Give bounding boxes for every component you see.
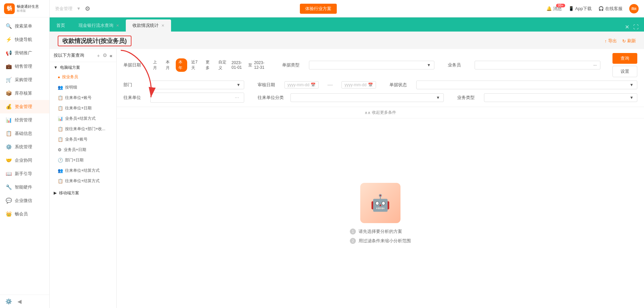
sidebar-item-purchase[interactable]: 🛒 采购管理 xyxy=(0,73,49,87)
add-scheme-icon[interactable]: + xyxy=(97,53,100,58)
collapse-bar[interactable]: ∧∧ 收起更多条件 xyxy=(117,107,644,118)
query-button[interactable]: 查询 xyxy=(612,53,637,64)
dept-select[interactable]: ▼ xyxy=(150,81,244,89)
doc-type-select[interactable]: ▼ xyxy=(309,61,435,69)
sidebar-item-system[interactable]: ⚙️ 系统管理 xyxy=(0,140,49,154)
settings-button[interactable]: 设置 xyxy=(612,66,637,77)
header-gear-icon[interactable]: ⚙ xyxy=(85,5,90,12)
tab-cashflow-close[interactable]: ✕ xyxy=(116,23,119,28)
shortcut-this-month[interactable]: 本月 xyxy=(163,58,174,72)
collapse-label: 收起更多条件 xyxy=(372,110,396,115)
sidebar-item-operation[interactable]: 📊 经营管理 xyxy=(0,113,49,127)
page-title: 收款情况统计(按业务员) xyxy=(58,36,131,46)
settings-bottom-icon[interactable]: ⚙️ xyxy=(5,298,12,305)
sidebar-item-wechat[interactable]: 💬 企业微信 xyxy=(0,194,49,207)
tree-item-by-salesman[interactable]: ● 按业务员 xyxy=(50,72,116,82)
export-button[interactable]: ↑ 导出 xyxy=(605,38,617,44)
tree-item-label: 往来单位+结算方式 xyxy=(65,178,100,184)
salesman-select[interactable]: ··· xyxy=(475,61,600,69)
refresh-button[interactable]: ↻ 刷新 xyxy=(622,38,636,44)
biz-type-select[interactable]: ▼ xyxy=(484,93,637,102)
page-content: 收款情况统计(按业务员) ↑ 导出 ↻ 刷新 按以下方案查询 + xyxy=(50,32,644,308)
collapse-sidebar-icon[interactable]: ◀ xyxy=(17,298,21,305)
tree-item-salesman-settle[interactable]: 📊 业务员+结算方式 xyxy=(50,113,116,124)
shortcut-this-year[interactable]: 本年 xyxy=(176,58,187,72)
wechat-icon: 💬 xyxy=(5,197,12,204)
doc-type-dropdown-icon: ▼ xyxy=(427,63,431,67)
tree-item-label: 按明细 xyxy=(65,85,77,90)
box-icon: 📦 xyxy=(5,90,12,97)
sidebar-item-search[interactable]: 🔍 搜索菜单 xyxy=(0,19,49,33)
sidebar-item-marketing[interactable]: 📢 营销推广 xyxy=(0,46,49,60)
tree-item-detail[interactable]: 👥 按明细 xyxy=(50,82,116,93)
audit-date-label: 审核日期 xyxy=(258,82,278,88)
user-avatar[interactable]: Rit xyxy=(629,4,639,13)
tree-item-unit-account[interactable]: 📋 往来单位+账号 xyxy=(50,93,116,103)
tab-close-all-icon[interactable]: ✕ xyxy=(625,24,629,30)
app-download-button[interactable]: 📱 App下载 xyxy=(569,6,592,12)
book-icon: 📖 xyxy=(5,170,12,177)
empty-tip-1: 1 请先选择要分析的方案 xyxy=(350,228,411,235)
audit-date-to[interactable]: yyyy-mm-dd 📅 xyxy=(341,81,376,89)
shortcut-7days[interactable]: 近7天 xyxy=(189,58,202,72)
collapse-panel-icon[interactable]: « xyxy=(110,53,112,58)
tab-receipt-close[interactable]: ✕ xyxy=(161,23,164,28)
tree-item-unit-dept-collect[interactable]: 📋 按往来单位+部门+收... xyxy=(50,124,116,134)
shortcut-last-month[interactable]: 上月 xyxy=(150,58,162,72)
search-icon: 🔍 xyxy=(5,23,12,30)
sidebar-item-sales[interactable]: 💼 销售管理 xyxy=(0,60,49,73)
tab-receipt-label: 收款情况统计 xyxy=(132,22,159,29)
tip-text-2: 用过滤条件来缩小分析范围 xyxy=(359,238,411,244)
sidebar-item-label: 经营管理 xyxy=(15,117,32,123)
date-from: 2023-01-01 xyxy=(231,60,246,70)
doc-status-select[interactable]: ▼ xyxy=(416,81,637,89)
filter-buttons: 查询 设置 xyxy=(612,53,637,77)
tree-item-unit-date[interactable]: 📋 往来单位+日期 xyxy=(50,103,116,113)
tree-expand-arrow[interactable]: ▼ xyxy=(54,65,58,70)
collapse-up-icon: ∧∧ xyxy=(365,110,371,115)
sidebar-item-vip[interactable]: 👑 畅会员 xyxy=(0,207,49,221)
sidebar-item-label: 销售管理 xyxy=(15,63,32,69)
main-area: 资金管理 ▼ ⚙ 体验行业方案 🔔 消息 99+ 📱 App下载 🎧 在线客服 … xyxy=(50,0,644,308)
counterpart-select[interactable]: ··· xyxy=(150,93,244,103)
tab-bar: 首页 现金银行流水查询 ✕ 收款情况统计 ✕ ✕ ⛶ xyxy=(50,17,644,32)
tree-item-unit-settle1[interactable]: 👥 往来单位+结算方式 xyxy=(50,165,116,176)
tree-item-unit-settle2[interactable]: 📋 往来单位+结算方式 xyxy=(50,176,116,186)
tab-receipt[interactable]: 收款情况统计 ✕ xyxy=(126,19,171,32)
table2-icon: 📋 xyxy=(58,106,63,111)
content-wrapper: 按以下方案查询 + ⚙ « ▼ 电脑端方案 ● 按业务员 xyxy=(50,49,644,308)
sidebar-item-guide[interactable]: 📖 新手引导 xyxy=(0,167,49,181)
counterpart-more-icon[interactable]: ··· xyxy=(235,95,239,101)
sidebar-bottom: ⚙️ ◀ xyxy=(0,295,49,308)
tab-cashflow[interactable]: 现金银行流水查询 ✕ xyxy=(72,19,126,32)
date-range-display: 2023-01-01 至 2023-12-31 xyxy=(231,60,268,70)
sidebar-item-inventory[interactable]: 📦 库存核算 xyxy=(0,87,49,100)
tree-item-dept-date[interactable]: 🕐 部门+日期 xyxy=(50,155,116,165)
audit-date-from[interactable]: yyyy-mm-dd 📅 xyxy=(284,81,319,89)
left-panel-header: 按以下方案查询 + ⚙ « xyxy=(50,49,116,62)
shortcut-custom[interactable]: 自定义 xyxy=(216,58,230,72)
crown-icon: 👑 xyxy=(5,211,12,217)
tree-expand-mobile-arrow[interactable]: ▶ xyxy=(54,191,57,195)
sidebar-item-label: 采购管理 xyxy=(15,77,32,83)
counterpart-category-select[interactable]: ▼ xyxy=(290,93,444,102)
clock-icon: 🕐 xyxy=(58,158,63,163)
scheme-settings-icon[interactable]: ⚙ xyxy=(103,52,107,58)
trial-button[interactable]: 体验行业方案 xyxy=(300,4,337,14)
online-service-button[interactable]: 🎧 在线客服 xyxy=(598,6,623,12)
tab-maximize-icon[interactable]: ⛶ xyxy=(633,24,639,30)
tab-cashflow-label: 现金银行流水查询 xyxy=(78,22,113,29)
tree-group-desktop: ▼ 电脑端方案 xyxy=(50,62,116,72)
biz-type-dropdown-icon: ▼ xyxy=(630,95,634,100)
left-panel-actions: + ⚙ « xyxy=(97,52,112,58)
tree-item-salesman-date[interactable]: ⚙ 业务员+日期 xyxy=(50,145,116,155)
tab-home[interactable]: 首页 xyxy=(50,19,72,32)
message-button[interactable]: 🔔 消息 99+ xyxy=(546,6,562,12)
sidebar-item-nav[interactable]: ⚡ 快捷导航 xyxy=(0,33,49,46)
tree-item-salesman-account[interactable]: 📋 业务员+账号 xyxy=(50,134,116,145)
sidebar-item-hardware[interactable]: 🔧 智能硬件 xyxy=(0,181,49,194)
sidebar-item-collab[interactable]: 🤝 企业协同 xyxy=(0,154,49,167)
sidebar-item-fund[interactable]: 💰 资金管理 xyxy=(0,100,49,113)
shortcut-more[interactable]: 更多 xyxy=(203,58,214,72)
sidebar-item-basic[interactable]: 📋 基础信息 xyxy=(0,127,49,140)
